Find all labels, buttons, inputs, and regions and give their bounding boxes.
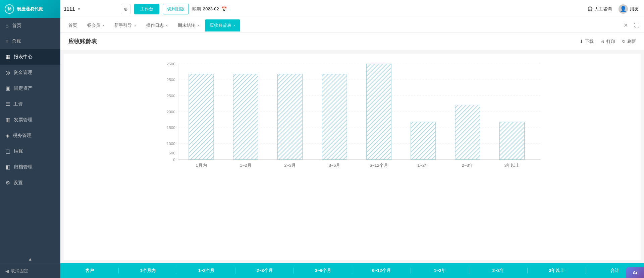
download-button[interactable]: ⬇ 下载 [580,39,594,45]
svg-rect-21 [366,64,391,160]
tab-vip-close[interactable]: × [102,23,104,27]
print-button[interactable]: 🖨 打印 [600,39,615,45]
settings-icon: ⚙ [5,180,10,186]
report-icon: ▦ [5,54,10,60]
tab-home-label: 首页 [68,22,77,28]
sidebar-label-salary: 工资 [13,101,23,107]
print-label: 打印 [606,39,615,45]
svg-text:1~2月: 1~2月 [240,163,252,168]
settlement-icon: ▢ [5,148,10,154]
tab-period-end[interactable]: 期末结转 × [173,19,204,31]
footer-col-1month: 1个月内 [119,268,177,274]
refresh-icon: ↻ [622,39,626,44]
tab-operation-log-close[interactable]: × [166,23,168,27]
chart-container: 2500 2500 2500 2000 1500 1000 500 0 [70,60,634,181]
tab-aging-report-close[interactable]: × [233,23,235,27]
logo-icon: 畅 [5,4,14,14]
svg-text:2500: 2500 [167,77,175,82]
sidebar-item-archive[interactable]: ◧ 归档管理 [0,159,60,175]
sidebar-item-settlement[interactable]: ▢ 结账 [0,143,60,159]
tab-aging-report-label: 应收账龄表 [210,22,231,28]
tab-guide[interactable]: 新手引导 × [110,19,141,31]
fund-icon: ◎ [5,69,10,76]
sidebar-item-fixed-assets[interactable]: ▣ 固定资产 [0,80,60,96]
refresh-label: 刷新 [627,39,636,45]
svg-text:3~6月: 3~6月 [329,163,340,168]
logo-text: 畅捷通易代账 [17,6,43,12]
download-icon: ⬇ [580,39,583,44]
svg-rect-17 [189,74,214,159]
refresh-button[interactable]: ↻ 刷新 [622,39,636,45]
sidebar-label-invoice: 发票管理 [14,117,33,123]
consult-button[interactable]: 🎧 人工咨询 [587,6,612,12]
svg-text:2~3月: 2~3月 [284,163,296,168]
svg-rect-19 [278,74,303,159]
tab-period-end-close[interactable]: × [197,23,199,27]
tab-operation-log-label: 操作日志 [146,22,164,28]
svg-text:1~2年: 1~2年 [417,163,429,168]
tab-bar: 首页 畅会员 × 新手引导 × 操作日志 × 期末结转 × 应收账龄表 × [60,18,644,33]
ai-badge[interactable]: Ai [626,267,644,278]
sidebar-item-invoice[interactable]: ▥ 发票管理 [0,112,60,128]
svg-text:1500: 1500 [167,125,175,130]
calendar-icon[interactable]: 📅 [221,6,227,12]
cancel-fixed-label: 取消固定 [11,268,28,274]
sidebar-label-report-center: 报表中心 [14,54,33,60]
sidebar-label-fixed-assets: 固定资产 [14,85,33,91]
sidebar: ⌂ 首页 ≡ 总账 ▦ 报表中心 ◎ 资金管理 ▣ 固定资产 ☰ 工资 [0,18,60,278]
period-label: 账期 [192,6,201,12]
sidebar-item-tax[interactable]: ◈ 税务管理 [0,128,60,143]
footer-col-2-3year: 2~3年 [469,268,528,274]
sidebar-scroll: ⌂ 首页 ≡ 总账 ▦ 报表中心 ◎ 资金管理 ▣ 固定资产 ☰ 工资 [0,18,60,255]
chart-wrapper: 2500 2500 2500 2000 1500 1000 500 0 [64,54,641,260]
user-area[interactable]: 👤 用友 [619,4,639,14]
invoice-icon: ▥ [5,117,10,123]
tab-bar-right: ✕ ⛶ [622,21,641,30]
footer-col-6-12month: 6~12个月 [352,268,411,274]
svg-text:2~3年: 2~3年 [462,163,474,168]
company-name: 1111 [64,6,75,12]
tab-fullscreen-button[interactable]: ⛶ [633,21,641,30]
footer-col-1-2month: 1~2个月 [177,268,235,274]
svg-text:3年以上: 3年以上 [504,163,520,168]
page-header: 应收账龄表 ⬇ 下载 🖨 打印 ↻ 刷新 [60,33,644,50]
svg-rect-22 [411,122,436,159]
sidebar-label-tax: 税务管理 [13,133,32,139]
logo-area: 畅 畅捷通易代账 [0,0,60,18]
home-icon: ⌂ [5,23,9,29]
footer-col-3year-plus: 3年以上 [528,268,586,274]
svg-rect-24 [499,122,524,159]
sidebar-scroll-down[interactable]: ▲ [0,255,60,264]
tax-icon: ◈ [5,132,9,139]
sidebar-item-report-center[interactable]: ▦ 报表中心 [0,49,60,65]
copy-button[interactable]: ⊕ [121,4,131,14]
tab-guide-close[interactable]: × [134,23,136,27]
sidebar-item-salary[interactable]: ☰ 工资 [0,96,60,112]
sidebar-item-fund-management[interactable]: ◎ 资金管理 [0,65,60,80]
bar-chart: 2500 2500 2500 2000 1500 1000 500 0 [70,60,634,181]
tab-operation-log[interactable]: 操作日志 × [142,19,172,31]
cancel-fixed-button[interactable]: ◀ 取消固定 [0,264,60,278]
tab-home[interactable]: 首页 [64,19,82,31]
page-title: 应收账龄表 [68,38,97,45]
sidebar-label-home: 首页 [12,23,21,29]
svg-text:6~12个月: 6~12个月 [370,163,388,168]
sidebar-item-settings[interactable]: ⚙ 设置 [0,175,60,191]
tab-vip-label: 畅会员 [87,22,100,28]
sidebar-item-general-ledger[interactable]: ≡ 总账 [0,33,60,49]
footer-col-3-6month: 3~6个月 [294,268,352,274]
workbench-button[interactable]: 工作台 [134,4,159,14]
tab-vip[interactable]: 畅会员 × [83,19,109,31]
footer-col-1-2year: 1~2年 [411,268,469,274]
svg-text:0: 0 [173,157,175,162]
sidebar-label-settings: 设置 [13,180,23,186]
switch-version-button[interactable]: 切到旧版 [163,4,189,14]
page-content: 应收账龄表 ⬇ 下载 🖨 打印 ↻ 刷新 [60,33,644,263]
company-selector[interactable]: 1111 ▼ [64,6,117,12]
tab-aging-report[interactable]: 应收账龄表 × [205,19,240,31]
sidebar-label-archive: 归档管理 [14,164,33,170]
svg-rect-23 [455,105,480,159]
header-right: 🎧 人工咨询 👤 用友 [587,4,639,14]
tab-close-all-button[interactable]: ✕ [622,21,629,30]
sidebar-item-home[interactable]: ⌂ 首页 [0,18,60,33]
